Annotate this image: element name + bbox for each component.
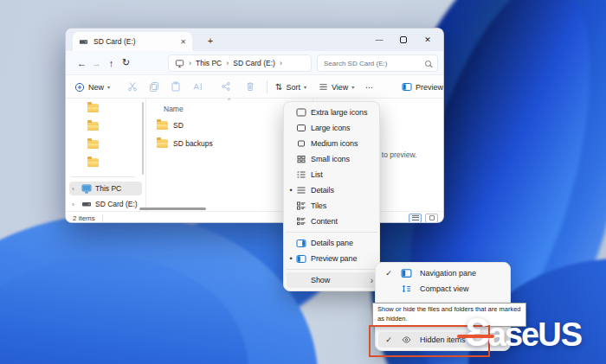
share-icon[interactable] xyxy=(220,81,232,92)
sidebar-pinned-folder[interactable] xyxy=(87,153,122,171)
up-button[interactable]: ↑ xyxy=(104,58,119,68)
monitor-icon xyxy=(175,59,184,68)
menu-item-label: Extra large icons xyxy=(311,108,373,117)
view-menu-item-small-icons[interactable]: Small icons xyxy=(287,151,377,167)
easeus-logo-accent-bar xyxy=(457,335,494,338)
medium-icons-icon xyxy=(295,138,306,149)
search-box[interactable] xyxy=(317,54,438,72)
submenu-item-compact-view[interactable]: Compact view xyxy=(378,281,507,297)
cut-icon[interactable] xyxy=(126,81,139,92)
sidebar-item-this-pc[interactable]: › This PC xyxy=(69,182,142,195)
menu-item-label: Content xyxy=(311,217,373,226)
search-input[interactable] xyxy=(324,60,425,67)
sidebar-pinned-folders xyxy=(87,99,122,171)
close-button[interactable]: ✕ xyxy=(416,30,440,49)
preview-pane-icon xyxy=(402,82,412,92)
submenu-item-navigation-pane[interactable]: ✓ Navigation pane xyxy=(378,265,507,281)
view-menu-item-show[interactable]: Show › xyxy=(287,272,377,288)
menu-separator xyxy=(286,232,377,233)
navigation-pane-icon xyxy=(399,268,413,278)
sidebar-pinned-folder[interactable] xyxy=(87,117,122,135)
sidebar-item-sd-card[interactable]: › SD Card (E:) xyxy=(69,197,142,211)
folder-icon xyxy=(87,140,99,149)
sidebar-pinned-folder[interactable] xyxy=(87,135,122,153)
back-button[interactable]: ← xyxy=(74,58,89,68)
command-toolbar: New ▾ ⇅ Sort xyxy=(66,75,443,99)
rename-icon[interactable] xyxy=(191,81,203,92)
content-icon xyxy=(295,216,306,227)
view-menu-item-large-icons[interactable]: Large icons xyxy=(287,120,377,136)
sd-drive-icon xyxy=(81,199,92,209)
view-menu-item-content[interactable]: Content xyxy=(287,214,377,229)
menu-item-label: Preview pane xyxy=(311,254,373,263)
menu-item-label: Details xyxy=(311,186,373,195)
menu-separator xyxy=(286,269,377,270)
breadcrumb-item-this-pc[interactable]: This PC xyxy=(196,59,222,67)
maximize-icon xyxy=(400,36,407,43)
forward-button[interactable]: → xyxy=(89,58,104,68)
view-menu-item-details-pane[interactable]: Details pane xyxy=(287,235,377,251)
file-row-sd-backups[interactable]: SD backups xyxy=(157,136,287,151)
menu-item-label: Details pane xyxy=(311,239,373,247)
toolbar-divider xyxy=(267,80,268,93)
breadcrumb-separator: › xyxy=(226,59,229,67)
expander-chevron-icon[interactable]: › xyxy=(72,185,78,193)
horizontal-scrollbar[interactable] xyxy=(139,208,206,210)
expander-chevron-icon[interactable]: › xyxy=(72,201,78,208)
file-name: SD xyxy=(173,121,184,130)
view-menu-item-details[interactable]: • Details xyxy=(287,182,377,198)
sd-drive-icon xyxy=(79,37,88,47)
folder-icon xyxy=(87,122,99,131)
file-explorer-window: SD Card (E:) ✕ + — ✕ ← → ↑ ↻ › This PC › xyxy=(65,28,444,223)
maximize-button[interactable] xyxy=(391,30,416,49)
delete-icon[interactable] xyxy=(244,81,256,92)
large-icons-square-icon xyxy=(429,215,435,220)
file-row-sd[interactable]: SD xyxy=(157,118,287,133)
refresh-button[interactable]: ↻ xyxy=(119,57,133,68)
details-pane-icon xyxy=(295,239,306,248)
copy-icon[interactable] xyxy=(148,81,160,92)
details-icon xyxy=(295,185,306,195)
tab-sd-card[interactable]: SD Card (E:) ✕ xyxy=(73,32,192,51)
sidebar-item-label: This PC xyxy=(95,184,121,193)
new-button[interactable]: New ▾ xyxy=(74,75,110,99)
status-divider xyxy=(102,214,103,222)
more-button[interactable]: ⋯ xyxy=(365,75,373,99)
icons-view-toggle[interactable] xyxy=(425,214,438,223)
sort-button[interactable]: ⇅ Sort ▾ xyxy=(275,75,306,99)
minimize-button[interactable]: — xyxy=(367,30,391,49)
ellipsis-icon: ⋯ xyxy=(365,83,373,92)
new-tab-button[interactable]: + xyxy=(203,33,218,48)
address-bar: ← → ↑ ↻ › This PC › SD Card (E:) › xyxy=(66,51,443,75)
column-header-name[interactable]: Name xyxy=(164,105,184,113)
view-menu-item-medium-icons[interactable]: Medium icons xyxy=(287,136,377,151)
view-toggles xyxy=(409,214,438,223)
sort-arrows-icon: ⇅ xyxy=(275,82,282,92)
folder-icon xyxy=(157,121,168,130)
chevron-down-icon: ▾ xyxy=(107,84,110,90)
view-menu-item-preview-pane[interactable]: • Preview pane xyxy=(287,251,377,266)
chevron-down-icon: ▾ xyxy=(351,84,354,90)
tab-close-button[interactable]: ✕ xyxy=(180,38,186,46)
breadcrumb-item-sd-card[interactable]: SD Card (E:) xyxy=(233,59,275,67)
easeus-watermark: Ɛ ase US xyxy=(465,314,582,354)
preview-toggle-button[interactable]: Preview xyxy=(402,75,443,99)
desktop: SD Card (E:) ✕ + — ✕ ← → ↑ ↻ › This PC › xyxy=(0,0,606,364)
view-menu-item-extra-large-icons[interactable]: Extra large icons xyxy=(287,105,377,120)
view-menu-item-tiles[interactable]: Tiles xyxy=(287,198,377,214)
sort-ascending-indicator[interactable]: ^ xyxy=(228,97,230,103)
pane-divider xyxy=(145,99,146,211)
folder-icon xyxy=(87,104,99,112)
view-menu-item-list[interactable]: List xyxy=(287,167,377,182)
details-view-toggle[interactable] xyxy=(409,214,422,223)
view-button-label: View xyxy=(332,83,348,92)
view-button[interactable]: View ▾ xyxy=(319,75,354,99)
sidebar-scrollbar[interactable] xyxy=(142,102,144,175)
checkmark-icon: ✓ xyxy=(378,269,399,278)
view-lines-icon xyxy=(319,82,328,92)
paste-icon[interactable] xyxy=(170,81,182,92)
menu-item-label: Compact view xyxy=(420,284,469,293)
sidebar-separator xyxy=(71,176,135,177)
sidebar-pinned-folder[interactable] xyxy=(87,99,122,117)
menu-item-label: Large icons xyxy=(311,124,373,132)
